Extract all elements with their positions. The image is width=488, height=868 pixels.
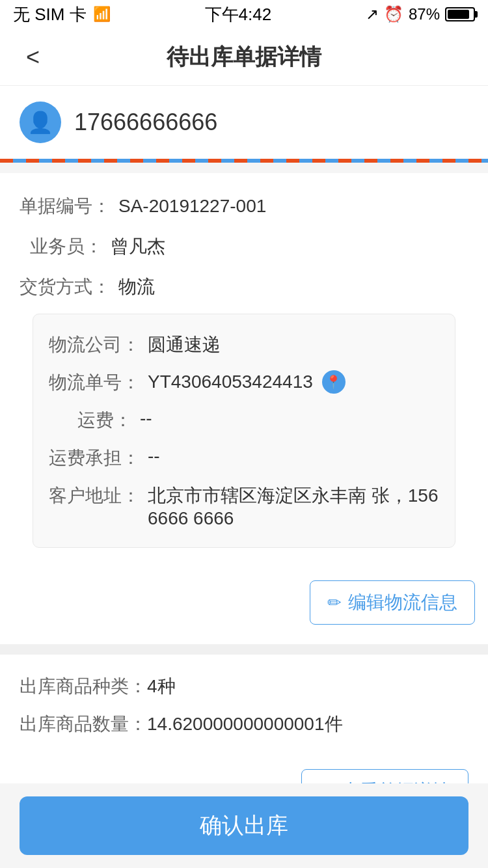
confirm-btn-area: 确认出库 [0, 783, 488, 868]
logistics-company-label: 物流公司： [49, 332, 148, 357]
tracking-number-value: YT43064053424413 [148, 372, 313, 392]
confirm-btn-label: 确认出库 [200, 811, 288, 841]
customer-header: 👤 17666666666 [0, 86, 488, 159]
freight-bear-label: 运费承担： [49, 446, 148, 470]
tracking-label: 物流单号： [49, 370, 148, 395]
freight-label: 运费： [49, 408, 140, 433]
logistics-company-value: 圆通速递 [148, 332, 439, 357]
status-left: 无 SIM 卡 📶 [13, 3, 111, 26]
tracking-row: 物流单号： YT43064053424413 📍 [49, 370, 439, 395]
goods-types-label: 出库商品种类： [20, 674, 147, 699]
salesperson-row: 业务员： 曾凡杰 [20, 233, 468, 260]
edit-icon: ✏ [327, 593, 342, 613]
freight-value: -- [140, 408, 439, 429]
freight-bear-row: 运费承担： -- [49, 446, 439, 470]
goods-section: 出库商品种类： 4种 出库商品数量： 14.620000000000001件 [0, 655, 488, 756]
doc-number-row: 单据编号： SA-20191227-001 [20, 193, 468, 220]
salesperson-value: 曾凡杰 [111, 233, 468, 260]
basic-info-section: 单据编号： SA-20191227-001 业务员： 曾凡杰 交货方式： 物流 … [0, 173, 488, 567]
doc-number-value: SA-20191227-001 [118, 193, 468, 220]
nav-bar: < 待出库单据详情 [0, 29, 488, 86]
avatar: 👤 [20, 102, 61, 143]
confirm-outbound-button[interactable]: 确认出库 [20, 796, 468, 855]
location-status-icon: ↗ [366, 5, 379, 23]
track-location-button[interactable]: 📍 [322, 370, 346, 394]
goods-types-value: 4种 [147, 674, 176, 699]
tracking-number-container: YT43064053424413 📍 [148, 370, 439, 394]
page-title: 待出库单据详情 [167, 42, 321, 72]
address-row: 客户地址： 北京市市辖区海淀区永丰南 张，156 6666 6666 [49, 483, 439, 529]
edit-btn-row: ✏ 编辑物流信息 [0, 567, 488, 644]
freight-bear-value: -- [148, 446, 439, 467]
battery-label: 87% [409, 5, 440, 23]
wifi-icon: 📶 [93, 6, 111, 23]
salesperson-label: 业务员： [20, 233, 111, 260]
avatar-icon: 👤 [27, 110, 53, 135]
back-button[interactable]: < [20, 37, 46, 77]
section-divider [0, 644, 488, 655]
delivery-method-row: 交货方式： 物流 [20, 273, 468, 301]
time-label: 下午4:42 [205, 3, 272, 26]
map-pin-icon: 📍 [325, 374, 342, 390]
address-value: 北京市市辖区海淀区永丰南 张，156 6666 6666 [148, 483, 439, 529]
delivery-method-value: 物流 [118, 273, 468, 301]
doc-number-label: 单据编号： [20, 193, 118, 220]
logistics-company-row: 物流公司： 圆通速递 [49, 332, 439, 357]
goods-quantity-label: 出库商品数量： [20, 712, 147, 737]
delivery-method-label: 交货方式： [20, 273, 118, 301]
logistics-card: 物流公司： 圆通速递 物流单号： YT43064053424413 📍 运费： … [33, 314, 455, 548]
battery-icon [445, 7, 475, 21]
alarm-icon: ⏰ [384, 5, 403, 23]
goods-quantity-value: 14.620000000000001件 [147, 712, 343, 737]
address-label: 客户地址： [49, 483, 148, 508]
edit-logistics-label: 编辑物流信息 [348, 590, 457, 615]
edit-logistics-button[interactable]: ✏ 编辑物流信息 [310, 580, 475, 625]
customer-phone: 17666666666 [74, 109, 217, 136]
freight-row: 运费： -- [49, 408, 439, 433]
status-bar: 无 SIM 卡 📶 下午4:42 ↗ ⏰ 87% [0, 0, 488, 29]
goods-types-row: 出库商品种类： 4种 [20, 674, 468, 699]
status-right: ↗ ⏰ 87% [366, 5, 475, 23]
dashed-divider [0, 159, 488, 163]
carrier-label: 无 SIM 卡 [13, 3, 87, 26]
goods-quantity-row: 出库商品数量： 14.620000000000001件 [20, 712, 468, 737]
